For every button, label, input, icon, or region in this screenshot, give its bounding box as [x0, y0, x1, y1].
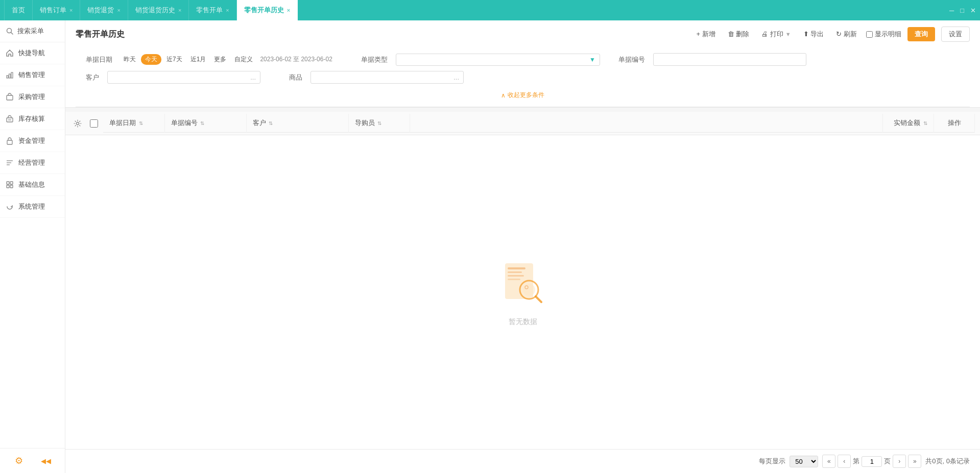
table-container: 单据日期 ⇅ 单据编号 ⇅ 客户 ⇅ [65, 112, 980, 449]
print-button[interactable]: 🖨 打印 ▼ [758, 28, 794, 41]
sort-guide-icon: ⇅ [377, 120, 381, 126]
num-input-wrap [653, 53, 806, 66]
num-label: 单据编号 [618, 55, 645, 64]
window-controls: ─ □ ✕ [949, 7, 976, 14]
home-icon [5, 48, 14, 58]
date-btn-1month[interactable]: 近1月 [187, 54, 209, 65]
table-settings-icon[interactable] [70, 116, 85, 131]
settings-icon[interactable]: ⚙ [12, 454, 26, 468]
page-of-label: 页 [884, 457, 891, 466]
per-page-select[interactable]: 50 10 20 100 [790, 456, 818, 467]
date-btn-custom[interactable]: 自定义 [231, 54, 256, 65]
last-page-btn[interactable]: » [908, 455, 921, 468]
collapse-icon-text: ∧ [501, 92, 506, 99]
window-close-btn[interactable]: ✕ [970, 7, 976, 14]
sidebar-item-management[interactable]: 经营管理 [0, 152, 65, 174]
add-button[interactable]: + 新增 [693, 28, 718, 41]
content-area: 零售开单历史 + 新增 🗑 删除 🖨 打印 ▼ ⬆ 导出 [65, 20, 980, 473]
sidebar-item-sales[interactable]: 销售管理 [0, 64, 65, 86]
date-btn-today[interactable]: 今天 [141, 54, 161, 65]
delete-button[interactable]: 🗑 删除 [725, 28, 753, 41]
sidebar-item-finance[interactable]: 资金管理 [0, 130, 65, 152]
window-min-btn[interactable]: ─ [949, 7, 954, 14]
col-guide[interactable]: 导购员 ⇅ [348, 114, 410, 133]
filter-area: 单据日期 昨天 今天 近7天 近1月 更多 自定义 2023-06-02 至 2… [76, 48, 970, 107]
svg-rect-8 [7, 140, 12, 144]
show-detail-checkbox[interactable]: 显示明细 [866, 30, 901, 39]
num-input[interactable] [658, 56, 802, 63]
tab-close-retail-order-history[interactable]: × [287, 7, 290, 13]
svg-rect-3 [9, 74, 11, 78]
date-btn-yesterday[interactable]: 昨天 [121, 54, 139, 65]
svg-rect-15 [10, 185, 13, 188]
select-all-checkbox[interactable] [90, 119, 98, 128]
page-header: 零售开单历史 + 新增 🗑 删除 🖨 打印 ▼ ⬆ 导出 [65, 20, 980, 108]
tab-sales-return-history[interactable]: 销货退货历史 × [128, 0, 189, 20]
sidebar-item-nav[interactable]: 快捷导航 [0, 42, 65, 64]
refresh-button[interactable]: ↻ 刷新 [833, 28, 860, 41]
svg-line-24 [536, 296, 541, 302]
lock-icon [5, 136, 14, 145]
page-label: 第 [853, 457, 859, 466]
empty-state: 暂无数据 [65, 135, 980, 449]
per-page-label: 每页显示 [759, 457, 785, 466]
col-date[interactable]: 单据日期 ⇅ [103, 114, 164, 133]
col-num[interactable]: 单据编号 ⇅ [164, 114, 246, 133]
collapse-bar[interactable]: ∧ 收起更多条件 [86, 89, 960, 102]
type-select[interactable]: ▼ [396, 54, 600, 66]
export-button[interactable]: ⬆ 导出 [800, 28, 827, 41]
sort-date-icon: ⇅ [139, 120, 143, 126]
settings-button[interactable]: 设置 [941, 27, 970, 42]
window-max-btn[interactable]: □ [960, 7, 964, 14]
tab-close-sales-return[interactable]: × [117, 7, 120, 13]
sidebar-item-inventory[interactable]: 库存核算 [0, 108, 65, 130]
goods-dots[interactable]: ... [453, 73, 459, 81]
sort-num-icon: ⇅ [200, 120, 204, 126]
bag-icon [5, 92, 14, 102]
tab-close-retail-order[interactable]: × [226, 7, 229, 13]
query-button[interactable]: 查询 [907, 27, 935, 41]
pagination-bar: 每页显示 50 10 20 100 « ‹ 第 页 › » 共0页, 0条记录 [65, 449, 980, 473]
svg-rect-20 [508, 275, 524, 277]
goods-input-wrap: ... [310, 71, 464, 84]
toolbar: + 新增 🗑 删除 🖨 打印 ▼ ⬆ 导出 ↻ 刷新 [693, 27, 970, 42]
tab-home[interactable]: 首页 [4, 0, 33, 20]
sidebar-item-basic[interactable]: 基础信息 [0, 174, 65, 196]
date-btn-more[interactable]: 更多 [211, 54, 229, 65]
goods-label: 商品 [289, 73, 302, 82]
customer-dots[interactable]: ... [250, 73, 256, 81]
date-filter-btns: 昨天 今天 近7天 近1月 更多 自定义 2023-06-02 至 2023-0… [121, 54, 332, 65]
tab-retail-order-history[interactable]: 零售开单历史 × [237, 0, 298, 20]
svg-rect-2 [7, 76, 8, 78]
sidebar-item-purchase[interactable]: 采购管理 [0, 86, 65, 108]
tab-sales-return[interactable]: 销货退货 × [80, 0, 128, 20]
col-customer[interactable]: 客户 ⇅ [246, 114, 348, 133]
tab-retail-order[interactable]: 零售开单 × [189, 0, 236, 20]
pagination-total: 共0页, 0条记录 [925, 457, 970, 466]
refresh-icon [5, 202, 14, 211]
customer-input[interactable] [112, 73, 248, 81]
goods-input[interactable] [315, 73, 451, 81]
sidebar-bottom: ⚙ ◀◀ [0, 448, 65, 473]
tab-close-sales-order[interactable]: × [69, 7, 73, 13]
filter-row-1: 单据日期 昨天 今天 近7天 近1月 更多 自定义 2023-06-02 至 2… [86, 53, 960, 66]
tab-close-sales-return-history[interactable]: × [178, 7, 181, 13]
first-page-btn[interactable]: « [822, 455, 835, 468]
col-amount[interactable]: 实销金额 ⇅ [883, 114, 934, 133]
collapse-icon[interactable]: ◀◀ [39, 454, 53, 468]
tab-sales-order[interactable]: 销售订单 × [33, 0, 80, 20]
search-icon [5, 27, 14, 36]
type-select-arrow: ▼ [589, 56, 595, 63]
type-label: 单据类型 [361, 55, 388, 64]
prev-page-btn[interactable]: ‹ [838, 455, 851, 468]
date-btn-7days[interactable]: 近7天 [163, 54, 185, 65]
grid-icon [5, 180, 14, 189]
sidebar-item-system[interactable]: 系统管理 [0, 196, 65, 218]
next-page-btn[interactable]: › [893, 455, 906, 468]
date-range-text: 2023-06-02 至 2023-06-02 [260, 55, 332, 64]
sidebar-search[interactable]: 搜索采单 [0, 20, 65, 42]
sidebar: 搜索采单 快捷导航 销售管理 [0, 20, 65, 473]
page-title: 零售开单历史 [76, 29, 125, 40]
page-num-input[interactable] [862, 456, 882, 467]
bar-icon [5, 158, 14, 167]
